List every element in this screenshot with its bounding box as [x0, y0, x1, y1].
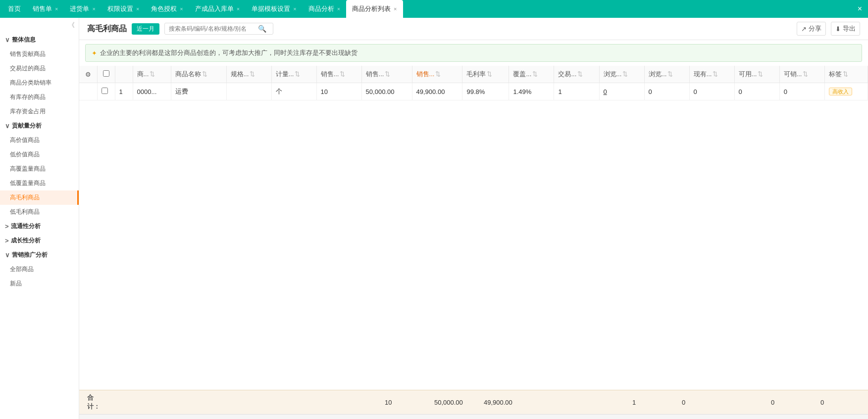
col-num [115, 66, 133, 83]
table-row: 10000...运费个1050,000.0049,900.0099.8%1.49… [79, 83, 868, 100]
nav-item-商品分析[interactable]: 商品分析× [303, 0, 346, 18]
nav-item-商品分析列表[interactable]: 商品分析列表× [346, 0, 403, 18]
col-coverage[interactable]: 覆盖...⇅ [509, 66, 554, 83]
sidebar-item-低价值商品[interactable]: 低价值商品 [0, 147, 79, 162]
share-icon: ↗ [801, 25, 807, 33]
col-spec[interactable]: 规格...⇅ [226, 66, 271, 83]
arrow-icon: ∨ [5, 122, 10, 130]
tag-badge: 高收入 [829, 88, 852, 95]
nav-close-icon[interactable]: × [92, 6, 95, 12]
select-all-checkbox[interactable] [103, 70, 109, 77]
col-checkbox[interactable] [97, 66, 115, 83]
search-input[interactable] [169, 25, 258, 32]
arrow-icon: > [5, 223, 9, 230]
main-layout: 《 ∨整体信息销售贡献商品交易过的商品商品分类助销率有库存的商品库存资金占用∨贡… [0, 18, 868, 419]
content-area: 高毛利商品 近一月 🔍 ↗ 分享 ⬇ 导出 ✦ 企业的主要的利润都是这部分商品创… [79, 18, 868, 419]
sidebar-group-整体信息[interactable]: ∨整体信息 [0, 33, 79, 47]
nav-item-单据模板设置[interactable]: 单据模板设置× [246, 0, 302, 18]
col-sales-qty[interactable]: 销售...⇅ [316, 66, 361, 83]
footer-label: 合计： [87, 393, 102, 411]
cell-sales-qty: 10 [316, 83, 361, 100]
cell-sales-cost: 49,900.00 [412, 83, 462, 100]
sidebar-item-低毛利商品[interactable]: 低毛利商品 [0, 205, 79, 219]
nav-item-销售单[interactable]: 销售单× [27, 0, 64, 18]
sidebar-group-流通性分析[interactable]: >流通性分析 [0, 219, 79, 233]
search-box: 🔍 [164, 23, 273, 35]
data-table: ⚙ 商...⇅ 商品名称⇅ 规格...⇅ 计量...⇅ 销售...⇅ 销售...… [79, 66, 868, 100]
row-checkbox[interactable] [102, 88, 108, 94]
nav-close-icon[interactable]: × [136, 6, 139, 12]
sidebar-item-交易过的商品[interactable]: 交易过的商品 [0, 61, 79, 76]
col-unit[interactable]: 计量...⇅ [271, 66, 316, 83]
page-title: 高毛利商品 [87, 24, 127, 34]
sidebar-item-高覆盖量商品[interactable]: 高覆盖量商品 [0, 162, 79, 176]
nav-close-icon[interactable]: × [394, 6, 397, 12]
table-footer: 合计： 10 50,000.00 49,900.00 1 0 0 0 [79, 390, 868, 414]
view1-link[interactable]: 0 [604, 88, 607, 95]
footer-current-stock: 0 [771, 399, 811, 406]
nav-close-icon[interactable]: × [180, 6, 183, 12]
col-sales-cost[interactable]: 销售...⇅ [412, 66, 462, 83]
sidebar-item-商品分类助销率[interactable]: 商品分类助销率 [0, 76, 79, 90]
cell-tag: 高收入 [824, 83, 868, 100]
cell-settings [79, 83, 97, 100]
nav-item-首页[interactable]: 首页 [2, 0, 27, 18]
nav-item-进货单[interactable]: 进货单× [64, 0, 101, 18]
nav-close-icon[interactable]: × [337, 6, 340, 12]
col-gross-margin[interactable]: 毛利率⇅ [462, 66, 509, 83]
share-label: 分享 [809, 24, 821, 33]
table-header-row: ⚙ 商...⇅ 商品名称⇅ 规格...⇅ 计量...⇅ 销售...⇅ 销售...… [79, 66, 868, 83]
horizontal-scrollbar[interactable] [79, 414, 868, 419]
nav-close-icon[interactable]: × [293, 6, 296, 12]
cell-unit: 个 [271, 83, 316, 100]
export-label: 导出 [843, 24, 856, 33]
sidebar-item-全部商品[interactable]: 全部商品 [0, 262, 79, 277]
col-current-stock[interactable]: 现有...⇅ [689, 66, 734, 83]
footer-view2: 0 [682, 399, 721, 406]
cell-code: 0000... [133, 83, 171, 100]
close-all-button[interactable]: × [858, 4, 866, 13]
footer-sales-qty: 10 [385, 399, 424, 406]
sidebar-group-营销推广分析[interactable]: ∨营销推广分析 [0, 248, 79, 262]
sidebar-item-库存资金占用[interactable]: 库存资金占用 [0, 104, 79, 119]
sidebar-collapse-button[interactable]: 《 [0, 18, 79, 33]
filter-recent-month-button[interactable]: 近一月 [132, 23, 159, 35]
col-view1[interactable]: 浏览...⇅ [599, 66, 644, 83]
col-saleable-stock[interactable]: 可销...⇅ [779, 66, 824, 83]
nav-item-角色授权[interactable]: 角色授权× [145, 0, 189, 18]
sidebar-item-新品[interactable]: 新品 [0, 277, 79, 291]
sidebar-item-有库存的商品[interactable]: 有库存的商品 [0, 90, 79, 104]
sidebar-item-高毛利商品[interactable]: 高毛利商品 [0, 190, 79, 205]
sidebar-group-成长性分析[interactable]: >成长性分析 [0, 233, 79, 248]
col-code[interactable]: 商...⇅ [133, 66, 171, 83]
search-icon[interactable]: 🔍 [258, 25, 266, 33]
info-banner-text: 企业的主要的利润都是这部分商品创造的，可考虑加大推广，同时关注库存是不要出现缺货 [100, 48, 357, 57]
nav-close-icon[interactable]: × [237, 6, 240, 12]
data-table-wrap: ⚙ 商...⇅ 商品名称⇅ 规格...⇅ 计量...⇅ 销售...⇅ 销售...… [79, 66, 868, 390]
cell-coverage: 1.49% [509, 83, 554, 100]
nav-item-权限设置[interactable]: 权限设置× [102, 0, 145, 18]
cell-saleable-stock: 0 [779, 83, 824, 100]
share-button[interactable]: ↗ 分享 [797, 22, 826, 36]
sidebar-item-销售贡献商品[interactable]: 销售贡献商品 [0, 47, 79, 61]
col-tag[interactable]: 标签⇅ [824, 66, 868, 83]
info-banner: ✦ 企业的主要的利润都是这部分商品创造的，可考虑加大推广，同时关注库存是不要出现… [85, 44, 862, 62]
sidebar-item-低覆盖量商品[interactable]: 低覆盖量商品 [0, 176, 79, 190]
col-trade[interactable]: 交易...⇅ [554, 66, 599, 83]
col-name[interactable]: 商品名称⇅ [171, 66, 226, 83]
sidebar-group-贡献量分析[interactable]: ∨贡献量分析 [0, 119, 79, 133]
col-view2[interactable]: 浏览...⇅ [644, 66, 689, 83]
col-settings[interactable]: ⚙ [79, 66, 97, 83]
export-button[interactable]: ⬇ 导出 [831, 22, 860, 36]
export-icon: ⬇ [835, 25, 841, 33]
footer-available-stock: 0 [820, 399, 860, 406]
arrow-icon: > [5, 237, 9, 244]
nav-close-icon[interactable]: × [55, 6, 58, 12]
top-navigation: 首页销售单×进货单×权限设置×角色授权×产成品入库单×单据模板设置×商品分析×商… [0, 0, 868, 18]
cell-available-stock: 0 [734, 83, 779, 100]
col-sales-amount[interactable]: 销售...⇅ [361, 66, 412, 83]
col-available-stock[interactable]: 可用...⇅ [734, 66, 779, 83]
cell-name: 运费 [171, 83, 226, 100]
sidebar-item-高价值商品[interactable]: 高价值商品 [0, 133, 79, 147]
nav-item-产成品入库单[interactable]: 产成品入库单× [189, 0, 246, 18]
